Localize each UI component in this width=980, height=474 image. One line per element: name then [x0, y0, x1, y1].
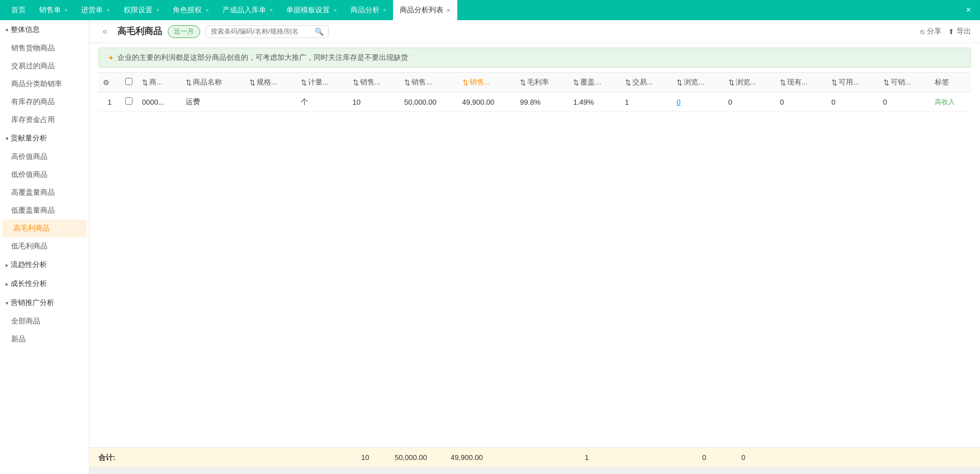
page-title: 高毛利商品 — [117, 26, 162, 37]
col-available-stock[interactable]: ⇅ 可用... — [827, 73, 878, 92]
close-template-settings-icon[interactable]: × — [333, 7, 337, 13]
product-table: ⚙ ⇅ 商... ⇅ — [98, 72, 971, 112]
nav-sales-order[interactable]: 销售单 × — [32, 0, 74, 20]
content-area: « 高毛利商品 近一月 🔍 ⎋ 分享 ⬆ 导出 ✦ 企业的主要的利润都是这部 — [89, 20, 980, 474]
sidebar-item-stock-fund-usage[interactable]: 库存资金占用 — [0, 111, 89, 129]
top-navigation: 首页 销售单 × 进货单 × 权限设置 × 角色授权 × 产成品入库单 × 单据… — [0, 0, 980, 20]
row-browse1[interactable]: 0 — [672, 92, 723, 112]
row-num: 1 — [98, 92, 121, 112]
close-permission-settings-icon[interactable]: × — [156, 7, 159, 13]
col-coverage[interactable]: ⇅ 覆盖... — [569, 73, 620, 92]
main-layout: ▾ 整体信息 销售货物商品 交易过的商品 商品分类助销率 有库存的商品 库存资金… — [0, 20, 980, 474]
sidebar-item-high-coverage[interactable]: 高覆盖量商品 — [0, 184, 89, 201]
row-current-stock: 0 — [775, 92, 827, 112]
search-input[interactable] — [211, 27, 315, 35]
export-icon: ⬆ — [948, 27, 954, 36]
share-button[interactable]: ⎋ 分享 — [920, 26, 941, 36]
sidebar-section-trend[interactable]: ▸ 流趋性分析 — [0, 255, 89, 274]
row-checkbox-cell[interactable] — [121, 92, 138, 112]
collapse-sidebar-button[interactable]: « — [98, 25, 112, 38]
table-row: 1 0000... 运费 — [98, 92, 971, 112]
footer-available-stock: 0 — [741, 453, 780, 462]
row-coverage: 1.49% — [569, 92, 620, 112]
col-saleable-stock[interactable]: ⇅ 可销... — [879, 73, 930, 92]
col-unit[interactable]: ⇅ 计量... — [296, 73, 348, 92]
row-sales-cost: 49,900.00 — [458, 92, 516, 112]
col-browse1[interactable]: ⇅ 浏览... — [672, 73, 723, 92]
col-name[interactable]: ⇅ 商品名称 — [181, 73, 245, 92]
row-gross-margin: 99.8% — [515, 92, 569, 112]
sidebar-section-overall[interactable]: ▾ 整体信息 — [0, 20, 89, 39]
row-checkbox[interactable] — [125, 97, 132, 105]
table-container[interactable]: ⚙ ⇅ 商... ⇅ — [89, 72, 980, 447]
close-sales-order-icon[interactable]: × — [64, 7, 68, 13]
col-browse2[interactable]: ⇅ 浏览... — [724, 73, 775, 92]
select-all-checkbox[interactable] — [125, 78, 132, 85]
col-transaction[interactable]: ⇅ 交易... — [621, 73, 672, 92]
nav-role-auth[interactable]: 角色授权 × — [166, 0, 215, 20]
sidebar-item-low-margin[interactable]: 低毛利商品 — [0, 237, 89, 255]
footer-sales-qty: 10 — [361, 453, 395, 462]
col-sales-cost[interactable]: ⇅ 销售... — [458, 73, 516, 92]
search-box[interactable]: 🔍 — [206, 25, 329, 38]
sidebar-item-in-stock-goods[interactable]: 有库存的商品 — [0, 93, 89, 111]
nav-product-warehouse[interactable]: 产成品入库单 × — [216, 0, 280, 20]
nav-template-settings[interactable]: 单据模板设置 × — [280, 0, 343, 20]
row-available-stock: 0 — [827, 92, 878, 112]
nav-permission-settings[interactable]: 权限设置 × — [117, 0, 166, 20]
table-header-row: ⚙ ⇅ 商... ⇅ — [98, 73, 971, 92]
nav-purchase-order[interactable]: 进货单 × — [74, 0, 116, 20]
row-tag: 高收入 — [930, 92, 971, 112]
sidebar-item-low-coverage[interactable]: 低覆盖量商品 — [0, 201, 89, 219]
content-header: « 高毛利商品 近一月 🔍 ⎋ 分享 ⬆ 导出 — [89, 20, 980, 43]
col-current-stock[interactable]: ⇅ 现有... — [775, 73, 827, 92]
sidebar-item-low-value[interactable]: 低价值商品 — [0, 166, 89, 184]
col-settings[interactable]: ⚙ — [98, 73, 121, 92]
sidebar-item-all-goods[interactable]: 全部商品 — [0, 312, 89, 330]
sidebar-item-category-sales-rate[interactable]: 商品分类助销率 — [0, 75, 89, 93]
nav-product-analysis[interactable]: 商品分析 × — [344, 0, 393, 20]
sidebar-item-sales-goods[interactable]: 销售货物商品 — [0, 39, 89, 57]
close-all-button[interactable]: × — [962, 5, 976, 15]
sidebar-item-traded-goods[interactable]: 交易过的商品 — [0, 57, 89, 75]
col-gross-margin[interactable]: ⇅ 毛利率 — [515, 73, 569, 92]
search-icon[interactable]: 🔍 — [315, 27, 324, 36]
footer-current-stock: 0 — [702, 453, 741, 462]
row-spec — [245, 92, 296, 112]
horizontal-scrollbar[interactable] — [89, 467, 980, 474]
sidebar-item-new-goods[interactable]: 新品 — [0, 330, 89, 348]
nav-home[interactable]: 首页 — [4, 0, 32, 20]
arrow-right-icon-2: ▸ — [6, 281, 8, 287]
export-button[interactable]: ⬆ 导出 — [948, 26, 971, 36]
row-name: 运费 — [181, 92, 245, 112]
sidebar-item-high-value[interactable]: 高价值商品 — [0, 148, 89, 166]
close-purchase-order-icon[interactable]: × — [106, 7, 110, 13]
sidebar-item-high-margin[interactable]: 高毛利商品 — [2, 219, 87, 237]
close-product-analysis-icon[interactable]: × — [383, 7, 386, 13]
nav-product-analysis-list[interactable]: 商品分析列表 × — [393, 0, 457, 20]
header-actions: ⎋ 分享 ⬆ 导出 — [920, 26, 971, 36]
footer-transaction: 1 — [585, 453, 624, 462]
info-banner: ✦ 企业的主要的利润都是这部分商品创造的，可考虑加大推广，同时关注库存是不要出现… — [98, 48, 971, 68]
sidebar-section-contribution[interactable]: ▾ 贡献量分析 — [0, 129, 89, 148]
col-tag[interactable]: 标签 — [930, 73, 971, 92]
col-sales-qty[interactable]: ⇅ 销售... — [348, 73, 400, 92]
close-product-analysis-list-icon[interactable]: × — [447, 7, 450, 13]
period-filter-button[interactable]: 近一月 — [168, 25, 200, 38]
row-code: 0000... — [138, 92, 181, 112]
sidebar-section-growth[interactable]: ▸ 成长性分析 — [0, 274, 89, 293]
arrow-right-icon: ▸ — [6, 262, 8, 268]
sidebar-section-marketing[interactable]: ▾ 营销推广分析 — [0, 293, 89, 312]
col-code[interactable]: ⇅ 商... — [138, 73, 181, 92]
row-sales-amount: 50,000.00 — [400, 92, 458, 112]
footer-sales-amount: 50,000.00 — [395, 453, 451, 462]
footer-sales-cost: 49,900.00 — [451, 453, 506, 462]
close-role-auth-icon[interactable]: × — [205, 7, 209, 13]
col-checkbox[interactable] — [121, 73, 138, 92]
col-sales-amount[interactable]: ⇅ 销售... — [400, 73, 458, 92]
row-browse2: 0 — [724, 92, 775, 112]
close-product-warehouse-icon[interactable]: × — [269, 7, 273, 13]
col-spec[interactable]: ⇅ 规格... — [245, 73, 296, 92]
arrow-down-icon-3: ▾ — [6, 300, 8, 306]
footer-label: 合计: — [98, 453, 177, 463]
